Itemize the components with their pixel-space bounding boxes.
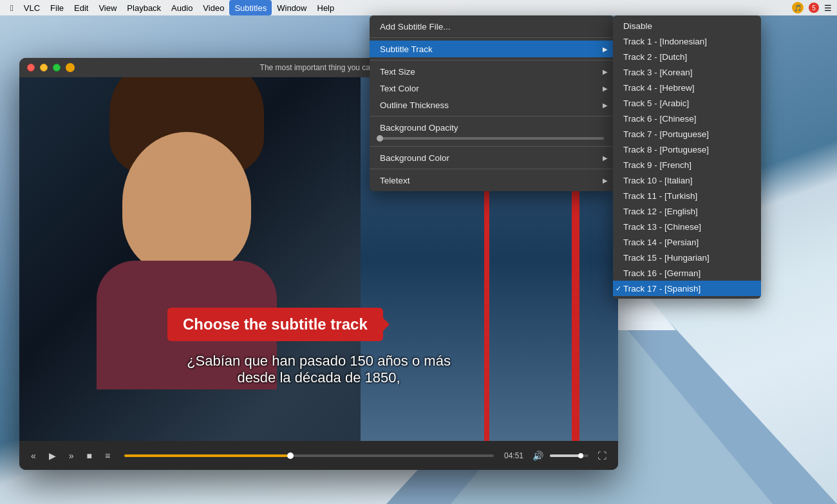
track-12[interactable]: Track 12 - [English] bbox=[613, 203, 761, 219]
controls-bar: « ▶ » ■ ≡ 04:51 🔊 ⛶ bbox=[19, 441, 618, 470]
menubar:  VLC File Edit View Playback Audio Vide… bbox=[0, 0, 837, 15]
track-8[interactable]: Track 8 - [Portuguese] bbox=[613, 142, 761, 157]
menu-separator-1 bbox=[370, 37, 614, 38]
fullscreen-button[interactable] bbox=[53, 64, 61, 71]
menubar-subtitles[interactable]: Subtitles bbox=[229, 0, 272, 15]
menu-add-subtitle-file[interactable]: Add Subtitle File... bbox=[370, 18, 614, 35]
playlist-button[interactable]: ≡ bbox=[101, 448, 114, 463]
fast-forward-button[interactable]: » bbox=[65, 448, 78, 463]
track-5[interactable]: Track 5 - [Arabic] bbox=[613, 95, 761, 111]
menu-separator-3 bbox=[370, 116, 614, 117]
track-17-selected[interactable]: ✓ Track 17 - [Spanish] bbox=[613, 281, 761, 296]
subtitle-line-1: ¿Sabían que han pasado 150 años o más bbox=[187, 353, 451, 369]
track-13[interactable]: Track 13 - [Chinese] bbox=[613, 219, 761, 234]
choose-subtitle-tooltip: Choose the subtitle track bbox=[167, 308, 383, 341]
track-disable[interactable]: Disable bbox=[613, 18, 761, 33]
track-14[interactable]: Track 14 - [Persian] bbox=[613, 234, 761, 250]
bg-opacity-slider-track[interactable] bbox=[380, 137, 604, 140]
menu-subtitle-track[interactable]: Subtitle Track bbox=[370, 41, 614, 57]
menubar-apple[interactable]:  bbox=[5, 0, 19, 15]
menubar-right-section: 🎵 5 ☰ bbox=[792, 2, 832, 14]
menubar-view[interactable]: View bbox=[93, 0, 122, 15]
fullscreen-toggle-button[interactable]: ⛶ bbox=[594, 448, 610, 463]
time-display: 04:51 bbox=[504, 451, 523, 460]
menubar-playback[interactable]: Playback bbox=[122, 0, 166, 15]
volume-area: 🔊 bbox=[529, 448, 588, 463]
vlc-status-icon: 🎵 bbox=[792, 2, 804, 14]
video-person bbox=[71, 80, 315, 389]
volume-fill bbox=[550, 454, 581, 457]
menu-separator-5 bbox=[370, 169, 614, 169]
notification-center-icon[interactable]: ☰ bbox=[824, 3, 832, 13]
track-4[interactable]: Track 4 - [Hebrew] bbox=[613, 80, 761, 95]
volume-bar[interactable] bbox=[550, 454, 588, 457]
menubar-help[interactable]: Help bbox=[312, 0, 340, 15]
selected-checkmark: ✓ bbox=[616, 285, 621, 293]
subtitles-menu: Add Subtitle File... Subtitle Track Text… bbox=[370, 15, 614, 191]
mute-button[interactable]: 🔊 bbox=[529, 448, 547, 463]
menubar-vlc[interactable]: VLC bbox=[19, 0, 45, 15]
track-1[interactable]: Track 1 - [Indonesian] bbox=[613, 33, 761, 49]
track-2[interactable]: Track 2 - [Dutch] bbox=[613, 49, 761, 64]
close-button[interactable] bbox=[27, 64, 35, 71]
menu-bg-color[interactable]: Background Color bbox=[370, 149, 614, 166]
menubar-file[interactable]: File bbox=[45, 0, 69, 15]
progress-fill bbox=[124, 454, 290, 457]
menu-bg-opacity-label: Background Opacity bbox=[370, 119, 614, 136]
track-17-label: Track 17 - [Spanish] bbox=[623, 284, 701, 294]
menu-text-size[interactable]: Text Size bbox=[370, 63, 614, 80]
menu-teletext[interactable]: Teletext bbox=[370, 172, 614, 189]
track-11[interactable]: Track 11 - [Turkish] bbox=[613, 188, 761, 203]
bg-opacity-slider-thumb[interactable] bbox=[377, 135, 383, 142]
track-9[interactable]: Track 9 - [French] bbox=[613, 157, 761, 173]
menu-outline-thickness[interactable]: Outline Thickness bbox=[370, 97, 614, 113]
menu-text-color[interactable]: Text Color bbox=[370, 80, 614, 97]
track-16[interactable]: Track 16 - [German] bbox=[613, 265, 761, 281]
track-10[interactable]: Track 10 - [Italian] bbox=[613, 173, 761, 188]
play-button[interactable]: ▶ bbox=[45, 448, 60, 463]
minimize-button[interactable] bbox=[40, 64, 48, 71]
track-6[interactable]: Track 6 - [Chinese] bbox=[613, 111, 761, 126]
subtitle-line-2: desde la década de 1850, bbox=[237, 369, 400, 386]
track-7[interactable]: Track 7 - [Portuguese] bbox=[613, 126, 761, 142]
menu-separator-2 bbox=[370, 60, 614, 61]
menu-bg-opacity-slider-container[interactable] bbox=[370, 137, 614, 144]
menubar-video[interactable]: Video bbox=[198, 0, 229, 15]
track-3[interactable]: Track 3 - [Korean] bbox=[613, 64, 761, 80]
menubar-edit[interactable]: Edit bbox=[69, 0, 93, 15]
progress-thumb[interactable] bbox=[287, 453, 294, 459]
vlc-icon bbox=[66, 63, 75, 72]
menu-separator-4 bbox=[370, 146, 614, 147]
notification-badge: 5 bbox=[809, 3, 819, 13]
person-head bbox=[122, 132, 251, 274]
volume-thumb[interactable] bbox=[578, 453, 583, 458]
video-subtitle: ¿Sabían que han pasado 150 años o más de… bbox=[93, 353, 544, 386]
rewind-button[interactable]: « bbox=[27, 448, 40, 463]
menubar-audio[interactable]: Audio bbox=[166, 0, 198, 15]
stop-button[interactable]: ■ bbox=[83, 448, 96, 463]
subtitle-track-submenu: Disable Track 1 - [Indonesian] Track 2 -… bbox=[613, 15, 761, 299]
menubar-window[interactable]: Window bbox=[272, 0, 312, 15]
progress-bar[interactable] bbox=[124, 454, 494, 457]
track-15[interactable]: Track 15 - [Hungarian] bbox=[613, 250, 761, 265]
